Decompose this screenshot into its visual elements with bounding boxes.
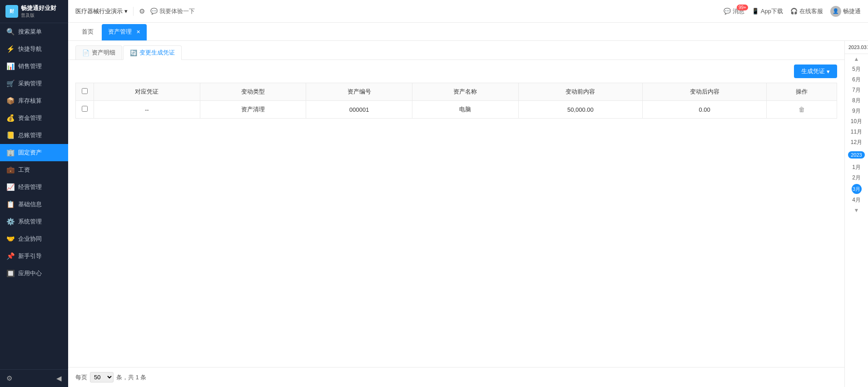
month-10[interactable]: 10月 <box>845 116 868 127</box>
row-checkbox[interactable] <box>82 106 88 112</box>
collapse-icon[interactable]: ◀ <box>56 374 62 382</box>
sidebar-item-inventory[interactable]: 📦库存核算 <box>0 92 68 109</box>
app-download-button[interactable]: 📱 App下载 <box>752 7 783 15</box>
generate-voucher-label: 生成凭证 <box>801 67 825 75</box>
table-header-checkbox <box>76 83 94 101</box>
right-panel-header: 2023.03 ✕ ⛶ <box>845 41 868 54</box>
message-badge: 99+ <box>737 5 748 10</box>
row-asset-name: 电脑 <box>412 101 519 119</box>
tab-close-icon[interactable]: ✕ <box>136 29 140 35</box>
year-2023-badge[interactable]: 2023 <box>848 151 864 159</box>
change-voucher-tab-label: 变更生成凭证 <box>139 49 175 57</box>
sidebar-nav: 🔍搜索菜单⚡快捷导航📊销售管理🛒采购管理📦库存核算💰资金管理📒总账管理🏢固定资产… <box>0 23 68 369</box>
company-selector[interactable]: 医疗器械行业演示 ▾ <box>75 7 128 15</box>
tab-home[interactable]: 首页 <box>75 24 100 40</box>
sidebar-item-sales[interactable]: 📊销售管理 <box>0 58 68 75</box>
sidebar-item-ledger[interactable]: 📒总账管理 <box>0 127 68 144</box>
month-2023-3[interactable]: 3月 <box>852 184 862 194</box>
user-menu[interactable]: 👤 畅捷通 <box>830 6 861 17</box>
settings-gear-icon[interactable]: ⚙ <box>139 7 145 15</box>
sub-tab-detail[interactable]: 📄 资产明细 <box>75 45 122 60</box>
feedback-button[interactable]: 💬 我要体验一下 <box>150 7 195 15</box>
row-asset-code: 000001 <box>306 101 412 119</box>
tab-assets[interactable]: 资产管理 ✕ <box>102 24 147 40</box>
app-download-label: App下载 <box>761 7 783 15</box>
settings-icon[interactable]: ⚙ <box>6 374 12 382</box>
month-5[interactable]: 5月 <box>845 64 868 74</box>
sidebar: 财 畅捷通好业财 普及版 🔍搜索菜单⚡快捷导航📊销售管理🛒采购管理📦库存核算💰资… <box>0 0 68 387</box>
sub-tabs: 📄 资产明细 🔄 变更生成凭证 <box>68 41 844 60</box>
month-11[interactable]: 11月 <box>845 127 868 137</box>
month-12[interactable]: 12月 <box>845 137 868 148</box>
table-wrapper: 对应凭证 变动类型 资产编号 资产名称 变动前内容 变动后内容 操作 <box>68 83 844 367</box>
sidebar-item-ops[interactable]: 📈经营管理 <box>0 179 68 196</box>
payroll-icon: 💼 <box>6 166 15 174</box>
message-button[interactable]: 💬 消息 99+ <box>724 7 744 15</box>
generate-voucher-button[interactable]: 生成凭证 ▾ <box>794 64 837 78</box>
sidebar-item-label: 应用中心 <box>18 269 42 278</box>
col-asset-code: 资产编号 <box>306 83 412 101</box>
right-panel-scroll: ▲ 5月 6月 7月 8月 9月 10月 11月 12月 2023 1月 2月 … <box>845 54 868 387</box>
per-page-select[interactable]: 50 10 20 100 <box>90 372 114 382</box>
nav-tabs: 首页 资产管理 ✕ <box>68 23 868 41</box>
main-area: 医疗器械行业演示 ▾ ⚙ 💬 我要体验一下 💬 消息 99+ 📱 App下载 🎧… <box>68 0 868 387</box>
app-edition: 普及版 <box>21 12 56 18</box>
sidebar-item-funds[interactable]: 💰资金管理 <box>0 109 68 127</box>
month-2023-2[interactable]: 2月 <box>845 173 868 183</box>
company-chevron-icon: ▾ <box>124 8 128 15</box>
sidebar-item-label: 快捷导航 <box>18 45 42 53</box>
delete-row-icon[interactable]: 🗑 <box>799 106 805 113</box>
funds-icon: 💰 <box>6 114 15 122</box>
sidebar-item-search[interactable]: 🔍搜索菜单 <box>0 23 68 40</box>
topbar-right: 💬 消息 99+ 📱 App下载 🎧 在线客服 👤 畅捷通 <box>724 6 861 17</box>
content-area: 📄 资产明细 🔄 变更生成凭证 生成凭证 ▾ <box>68 41 868 387</box>
sidebar-item-label: 库存核算 <box>18 97 42 105</box>
col-voucher: 对应凭证 <box>94 83 200 101</box>
month-2023-1[interactable]: 1月 <box>845 162 868 173</box>
sidebar-item-guide[interactable]: 📌新手引导 <box>0 248 68 265</box>
row-before-change: 50,000.00 <box>518 101 642 119</box>
sidebar-item-payroll[interactable]: 💼工资 <box>0 161 68 179</box>
select-all-checkbox[interactable] <box>82 88 88 94</box>
month-7[interactable]: 7月 <box>845 85 868 95</box>
assets-icon: 🏢 <box>6 149 15 157</box>
online-support-button[interactable]: 🎧 在线客服 <box>790 7 823 15</box>
month-6[interactable]: 6月 <box>845 74 868 85</box>
sidebar-item-label: 基础信息 <box>18 200 42 208</box>
app-logo: 财 畅捷通好业财 普及版 <box>0 0 68 23</box>
online-support-label: 在线客服 <box>799 7 823 15</box>
toolbar: 生成凭证 ▾ <box>68 60 844 83</box>
col-action: 操作 <box>767 83 837 101</box>
change-voucher-tab-icon: 🔄 <box>130 50 137 56</box>
feedback-icon: 💬 <box>150 8 158 15</box>
sidebar-item-system[interactable]: ⚙️系统管理 <box>0 213 68 230</box>
timeline-up-arrow[interactable]: ▲ <box>845 54 868 64</box>
sub-tab-change-voucher[interactable]: 🔄 变更生成凭证 <box>123 45 182 60</box>
row-action-cell: 🗑 <box>767 101 837 119</box>
system-icon: ⚙️ <box>6 218 15 226</box>
sidebar-item-label: 经营管理 <box>18 183 42 191</box>
company-name: 医疗器械行业演示 <box>75 7 123 15</box>
sidebar-item-quicknav[interactable]: ⚡快捷导航 <box>0 40 68 58</box>
month-8[interactable]: 8月 <box>845 95 868 106</box>
sidebar-item-collab[interactable]: 🤝企业协同 <box>0 230 68 248</box>
pagination: 每页 50 10 20 100 条，共 1 条 <box>68 367 844 387</box>
sidebar-item-label: 企业协同 <box>18 235 42 243</box>
collab-icon: 🤝 <box>6 235 15 243</box>
sidebar-item-assets[interactable]: 🏢固定资产 <box>0 144 68 161</box>
sidebar-item-basic[interactable]: 📋基础信息 <box>0 196 68 213</box>
avatar: 👤 <box>830 6 841 17</box>
timeline-down-arrow[interactable]: ▼ <box>845 205 868 215</box>
month-9[interactable]: 9月 <box>845 106 868 116</box>
sidebar-item-label: 工资 <box>18 166 30 174</box>
sidebar-item-purchase[interactable]: 🛒采购管理 <box>0 75 68 92</box>
right-panel-year: 2023.03 <box>848 45 867 50</box>
col-before-change: 变动前内容 <box>518 83 642 101</box>
row-change-type: 资产清理 <box>200 101 306 119</box>
app-download-icon: 📱 <box>752 8 759 15</box>
generate-chevron-icon: ▾ <box>827 68 830 75</box>
logo-icon: 财 <box>5 5 18 18</box>
sidebar-item-apps[interactable]: 🔲应用中心 <box>0 265 68 282</box>
feedback-label: 我要体验一下 <box>159 7 195 15</box>
month-2023-4[interactable]: 4月 <box>845 195 868 205</box>
